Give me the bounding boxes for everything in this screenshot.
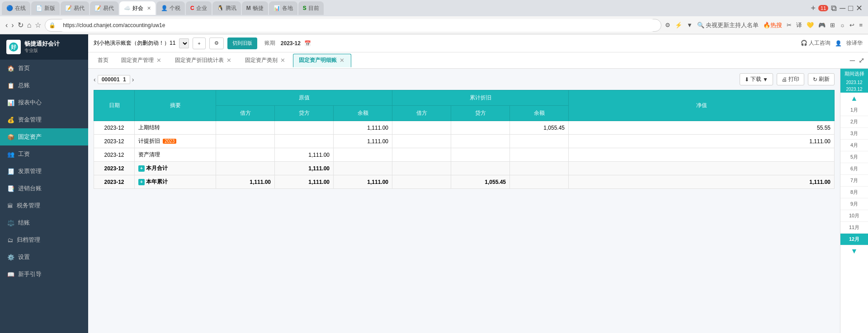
scroll-up-icon[interactable]: ▲: [840, 93, 868, 104]
table-row: 1,055.45: [451, 175, 510, 189]
period-month-4[interactable]: 4月: [840, 140, 868, 151]
browser-tab-online[interactable]: 🔵 在线: [2, 1, 30, 15]
print-icon: 🖨: [782, 76, 787, 83]
browser-tab-geshui[interactable]: 👤 个税: [156, 1, 185, 15]
switch-old-version-button[interactable]: 切到旧版: [227, 38, 257, 49]
payroll-icon: 👥: [7, 151, 14, 158]
tab-depreciation-stats[interactable]: 固定资产折旧统计表 ✕: [169, 54, 238, 67]
minimize-panel-button[interactable]: ─: [850, 56, 855, 65]
restore-window-icon[interactable]: ⧉: [831, 4, 837, 13]
sidebar-item-fixed-assets[interactable]: 📦 固定资产: [0, 128, 88, 145]
close-tab-haohui-icon[interactable]: ✕: [147, 5, 151, 11]
menu-icon[interactable]: ≡: [859, 22, 863, 28]
tab-home[interactable]: 首页: [92, 54, 114, 67]
sidebar-item-purchase-sales[interactable]: 📑 进销台账: [0, 180, 88, 197]
game-icon[interactable]: 🎮: [818, 22, 826, 28]
minimize-icon[interactable]: ─: [840, 4, 845, 13]
th-orig-credit: 贷方: [275, 106, 334, 121]
period-month-3[interactable]: 3月: [840, 128, 868, 140]
calendar-icon[interactable]: 📅: [304, 40, 311, 47]
forward-button[interactable]: ›: [11, 21, 14, 29]
period-month-6[interactable]: 6月: [840, 163, 868, 175]
reload-button[interactable]: ↻: [18, 21, 24, 29]
sidebar-item-tax[interactable]: 🏛 税务管理: [0, 197, 88, 214]
close-tab-asset-detail-ledger[interactable]: ✕: [339, 57, 345, 64]
next-page-button[interactable]: ›: [132, 76, 134, 83]
settings-btn[interactable]: ⚙: [209, 38, 224, 49]
address-bar-input[interactable]: [57, 19, 657, 32]
th-accum-credit: 贷方: [451, 106, 510, 121]
period-month-7[interactable]: 7月: [840, 175, 868, 187]
sidebar-label-guide: 新手引导: [18, 270, 42, 278]
ledger-table: 日期 摘要 原值 累计折旧 净值 借方 贷方 余额 借方 贷方 余额: [94, 90, 835, 189]
tab-fixed-assets-mgmt[interactable]: 固定资产管理 ✕: [115, 54, 168, 67]
sidebar-item-archive[interactable]: 🗂 归档管理: [0, 231, 88, 249]
table-row: 55.55: [569, 121, 835, 135]
browser-tab-enterprise[interactable]: C 企业: [186, 1, 212, 15]
close-window-icon[interactable]: ✕: [856, 3, 863, 13]
sidebar-label-settings: 设置: [18, 253, 30, 261]
browser-tab-haohui[interactable]: ☁️ 好会 ✕: [119, 1, 156, 15]
bookmark-button[interactable]: ☆: [35, 21, 41, 29]
print-button[interactable]: 🖨 打印: [777, 73, 804, 85]
table-row: [216, 162, 275, 175]
add-tab-icon[interactable]: +: [811, 4, 816, 13]
extensions-icon[interactable]: ⚙: [665, 22, 670, 28]
lightning-icon[interactable]: ⚡: [675, 22, 682, 28]
sidebar-item-guide[interactable]: 📖 新手引导: [0, 266, 88, 283]
add-account-button[interactable]: +: [193, 38, 205, 49]
browser-tab-muqian[interactable]: S 目前: [298, 1, 324, 15]
browser-tab-yidai1[interactable]: 📝 易代: [61, 1, 89, 15]
customer-service-btn[interactable]: 🎧 人工咨询: [801, 39, 830, 47]
tab-fixed-assets-mgmt-label: 固定资产管理: [121, 56, 154, 64]
period-month-8[interactable]: 8月: [840, 187, 868, 198]
browser-tab-gedi[interactable]: 📊 各地: [269, 1, 297, 15]
prev-page-button[interactable]: ‹: [94, 76, 96, 83]
period-month-2[interactable]: 2月: [840, 116, 868, 128]
home-button[interactable]: ⌂: [27, 21, 32, 29]
table-row: [392, 135, 451, 148]
browser-tab-changjie[interactable]: M 畅捷: [242, 1, 268, 15]
undo-icon[interactable]: ↩: [849, 22, 854, 28]
period-month-12[interactable]: 12月: [840, 234, 868, 245]
sidebar-item-invoice[interactable]: 🧾 发票管理: [0, 163, 88, 180]
close-tab-asset-category[interactable]: ✕: [279, 57, 286, 64]
scissors-icon[interactable]: ✂: [787, 22, 792, 28]
close-tab-depreciation-stats[interactable]: ✕: [226, 57, 232, 64]
sidebar-item-home[interactable]: 🏠 首页: [0, 60, 88, 77]
dropdown-icon[interactable]: ▼: [687, 22, 693, 28]
sidebar-item-general-ledger[interactable]: 📋 总账: [0, 77, 88, 94]
expand-panel-button[interactable]: ⤢: [859, 56, 864, 65]
translate-icon[interactable]: 译: [796, 21, 802, 29]
period-month-11[interactable]: 11月: [840, 222, 868, 234]
table-row: 1,111.00: [334, 135, 392, 148]
period-month-5[interactable]: 5月: [840, 151, 868, 163]
refresh-button[interactable]: ↻ 刷新: [808, 73, 835, 85]
sidebar-item-reports[interactable]: 📊 报表中心: [0, 94, 88, 111]
sidebar-item-funds[interactable]: 💰 资金管理: [0, 111, 88, 128]
ssl-icon: 🔒: [49, 22, 56, 28]
period-month-9[interactable]: 9月: [840, 198, 868, 210]
sidebar-item-settings[interactable]: ⚙️ 设置: [0, 249, 88, 266]
period-month-10[interactable]: 10月: [840, 210, 868, 222]
browser-tab-yidai2[interactable]: 📝 易代: [90, 1, 118, 15]
sidebar-item-payroll[interactable]: 👥 工资: [0, 145, 88, 163]
download-button[interactable]: ⬇ 下载 ▼: [740, 73, 773, 85]
table-row: 1,055.45: [510, 121, 569, 135]
browser-tab-new[interactable]: 📄 新版: [31, 1, 60, 15]
sidebar-item-close-period[interactable]: ⚖️ 结账: [0, 214, 88, 231]
back-button[interactable]: ‹: [5, 21, 8, 29]
sidebar-label-reports: 报表中心: [18, 98, 42, 107]
tab-asset-category[interactable]: 固定资产类别 ✕: [239, 54, 292, 67]
close-tab-fixed-assets-mgmt[interactable]: ✕: [156, 57, 162, 64]
wallet-icon[interactable]: 💛: [807, 22, 814, 28]
brightness-icon[interactable]: ☼: [840, 22, 845, 28]
period-month-1[interactable]: 1月: [840, 104, 868, 116]
browser-tab-tencent[interactable]: 🐧 腾讯: [212, 1, 241, 15]
scroll-down-icon[interactable]: ▼: [840, 245, 868, 257]
period-selected-date-1: 2023.12: [840, 79, 868, 86]
grid-icon[interactable]: ⊞: [830, 22, 835, 28]
tab-asset-detail-ledger[interactable]: 固定资产明细账 ✕: [293, 54, 351, 67]
maximize-icon[interactable]: □: [848, 4, 853, 13]
account-selector[interactable]: [179, 38, 189, 48]
